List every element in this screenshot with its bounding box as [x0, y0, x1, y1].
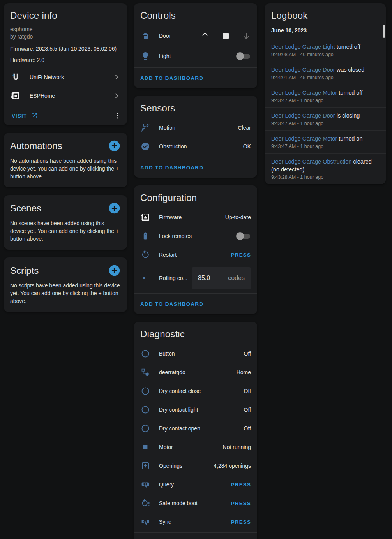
entity-row-door[interactable]: Door — [134, 26, 257, 46]
entity-label: Dry contact light — [159, 407, 244, 413]
entity-row-deerratgdo[interactable]: deerratgdo Home — [134, 363, 257, 382]
entity-label: Light — [159, 53, 236, 59]
add-to-dashboard-button[interactable]: ADD TO DASHBOARD — [140, 165, 203, 171]
add-to-dashboard-row: ADD TO DASHBOARD — [134, 532, 257, 539]
entity-value: Clear — [238, 125, 251, 131]
entity-row-safe-mode-boot[interactable]: Safe mode boot PRESS — [134, 494, 257, 513]
lock-remotes-toggle[interactable] — [236, 232, 251, 240]
entity-value: Home — [237, 369, 251, 375]
logbook-entity-link[interactable]: Deer Lodge Garage Motor — [271, 136, 337, 142]
entity-row-lock-remotes[interactable]: Lock remotes — [134, 227, 257, 245]
entity-row-restart[interactable]: Restart PRESS — [134, 245, 257, 264]
entity-label: Button — [159, 351, 244, 357]
entity-value: Up-to-date — [225, 214, 251, 220]
logbook-entry: Deer Lodge Garage Door was closed 9:44:0… — [265, 62, 386, 85]
rolling-code-input[interactable] — [192, 275, 223, 282]
entity-row-dry-contact-light[interactable]: Dry contact light Off — [134, 400, 257, 419]
add-scene-button[interactable] — [108, 202, 121, 215]
entity-row-obstruction[interactable]: Obstruction OK — [134, 137, 257, 156]
logbook-state-text: turned off — [339, 90, 362, 96]
scripts-card: Scripts No scripts have been added using… — [4, 257, 127, 312]
entity-value: Off — [244, 407, 251, 413]
entity-row-openings[interactable]: Openings 4,284 openings — [134, 456, 257, 475]
add-script-button[interactable] — [108, 264, 121, 277]
garage-icon — [140, 31, 150, 41]
diagnostic-card: Diagnostic Button Off deerr — [134, 322, 257, 539]
automations-title: Automations — [10, 141, 62, 151]
entity-row-sync[interactable]: Sync PRESS — [134, 513, 257, 531]
entity-label: Restart — [159, 252, 231, 258]
logbook-scrollbar-thumb[interactable] — [383, 25, 385, 38]
device-hardware-text: Hardware: 2.0 — [4, 52, 127, 63]
dots-vertical-icon — [113, 112, 121, 120]
logbook-entity-link[interactable]: Deer Lodge Garage Motor — [271, 90, 337, 96]
entity-row-firmware[interactable]: Firmware Up-to-date — [134, 208, 257, 227]
visit-label: VISIT — [12, 113, 27, 119]
add-automation-button[interactable] — [108, 139, 121, 152]
safe-mode-boot-press-button[interactable]: PRESS — [231, 500, 251, 506]
entity-row-query[interactable]: Query PRESS — [134, 475, 257, 494]
entity-label: Firmware — [159, 214, 225, 220]
scenes-card: Scenes No scenes have been added using t… — [4, 195, 127, 250]
integration-label: UniFi Network — [30, 74, 112, 80]
sync-press-button[interactable]: PRESS — [231, 519, 251, 525]
overflow-menu-button[interactable] — [112, 111, 122, 121]
device-info-title: Device info — [4, 3, 127, 26]
entity-row-motor[interactable]: Motor Not running — [134, 438, 257, 456]
entity-row-light[interactable]: Light — [134, 46, 257, 66]
logbook-timestamp: 9:44:01 AM - 45 minutes ago — [271, 75, 380, 80]
chevron-right-icon — [112, 92, 121, 100]
gesture-tap-icon — [140, 517, 150, 527]
entity-row-dry-contact-open[interactable]: Dry contact open Off — [134, 419, 257, 438]
entity-value: Off — [244, 351, 251, 357]
automations-card: Automations No automations have been add… — [4, 133, 127, 187]
network-icon — [140, 367, 150, 377]
lightbulb-icon — [140, 51, 150, 61]
entity-row-dry-contact-close[interactable]: Dry contact close Off — [134, 382, 257, 400]
restart-alert-icon — [140, 498, 150, 508]
remote-icon — [140, 231, 150, 241]
logbook-state-text: turned off — [337, 44, 360, 50]
logbook-entry: Deer Lodge Garage Motor turned off 9:43:… — [265, 85, 386, 107]
entity-label: Openings — [159, 463, 214, 469]
rolling-code-field: codes — [192, 267, 251, 289]
logbook-state-text: is closing — [337, 113, 360, 119]
integration-row-unifi[interactable]: UniFi Network — [4, 68, 127, 86]
add-to-dashboard-button[interactable]: ADD TO DASHBOARD — [140, 301, 203, 307]
entity-label: Dry contact close — [159, 388, 244, 394]
query-press-button[interactable]: PRESS — [231, 482, 251, 488]
logbook-title: Logbook — [265, 3, 386, 26]
unifi-logo-icon — [10, 72, 21, 83]
entity-row-motion[interactable]: Motion Clear — [134, 118, 257, 137]
right-column: Logbook June 10, 2023 Deer Lodge Garage … — [265, 3, 386, 192]
esphome-logo-icon — [10, 90, 21, 101]
close-cover-button[interactable] — [242, 31, 251, 41]
logbook-entity-link[interactable]: Deer Lodge Garage Door — [271, 67, 335, 73]
light-toggle[interactable] — [236, 52, 251, 60]
device-firmware-text: Firmware: 2023.5.5 (Jun 10 2023, 08:02:0… — [4, 41, 127, 52]
entity-row-rolling-code[interactable]: Rolling co... codes — [134, 264, 257, 292]
logbook-timestamp: 9:43:47 AM - 1 hour ago — [271, 144, 380, 149]
logbook-entity-link[interactable]: Deer Lodge Garage Obstruction — [271, 159, 351, 165]
entity-label: Dry contact open — [159, 425, 244, 432]
automations-empty-text: No automations have been added using thi… — [4, 152, 127, 187]
entity-label: Rolling co... — [159, 275, 192, 281]
logbook-state-text: was closed — [337, 67, 365, 73]
chevron-right-icon — [112, 73, 121, 81]
logbook-entity-link[interactable]: Deer Lodge Garage Door — [271, 113, 335, 119]
stop-cover-button[interactable] — [221, 31, 230, 41]
add-to-dashboard-button[interactable]: ADD TO DASHBOARD — [140, 75, 203, 81]
integration-row-esphome[interactable]: ESPHome — [4, 86, 127, 105]
logbook-entity-link[interactable]: Deer Lodge Garage Light — [271, 44, 335, 50]
entity-label: Door — [159, 33, 200, 39]
sensors-title: Sensors — [134, 96, 257, 118]
entity-value: Off — [244, 388, 251, 394]
restart-press-button[interactable]: PRESS — [231, 252, 251, 258]
visit-button[interactable]: VISIT — [10, 110, 39, 122]
entity-row-button[interactable]: Button Off — [134, 344, 257, 363]
gesture-tap-icon — [140, 479, 150, 490]
open-cover-button[interactable] — [200, 31, 210, 41]
device-name: esphome — [4, 26, 127, 33]
entity-value: Not running — [223, 444, 251, 450]
device-manufacturer: by ratgdo — [4, 33, 127, 41]
